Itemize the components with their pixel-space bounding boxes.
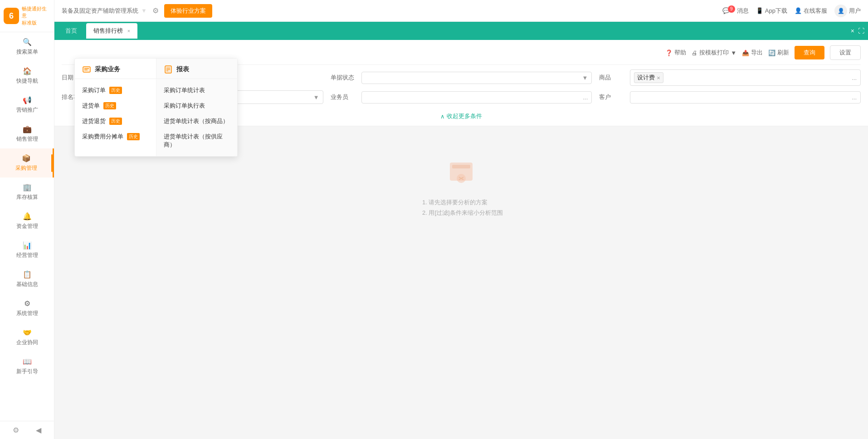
app-download-label: App下载: [765, 7, 787, 15]
sidebar-item-marketing[interactable]: 📢 营销推广: [0, 90, 54, 119]
close-window-icon[interactable]: ×: [851, 27, 854, 35]
topbar: 装备及固定资产辅助管理系统 ▼ ⚙ 体验行业方案 💬 9 消息 📱 App下载: [54, 0, 868, 22]
help-btn[interactable]: ❓ 帮助: [665, 49, 686, 57]
guide-icon: 📖: [23, 357, 32, 366]
user-avatar: 👤: [834, 5, 847, 17]
report-section-title: 报表: [176, 65, 189, 74]
logo-icon: 6: [4, 8, 19, 24]
sidebar-item-finance[interactable]: 🔔 资金管理: [0, 207, 54, 236]
topbar-right: 💬 9 消息 📱 App下载 👤 在线客服 👤 用户: [722, 5, 861, 17]
tab-close-icon[interactable]: ×: [127, 28, 130, 34]
query-btn[interactable]: 查询: [795, 46, 824, 59]
collapse-sidebar-btn[interactable]: ◀: [36, 426, 41, 434]
menu-item-purchase-expense[interactable]: 采购费用分摊单 历史: [75, 129, 156, 144]
user-label: 用户: [849, 7, 861, 15]
online-service-label: 在线客服: [804, 7, 827, 15]
menu-item-purchase-order[interactable]: 采购订单 历史: [75, 83, 156, 98]
dropdown-overlay: 采购业务: [54, 58, 868, 439]
tab-home[interactable]: 首页: [58, 23, 84, 39]
sales-icon: 💼: [23, 125, 32, 133]
menu-item-goods-return[interactable]: 进货退货 历史: [75, 113, 156, 129]
home-icon: 🏠: [23, 67, 32, 75]
app-download-btn[interactable]: 📱 App下载: [756, 7, 787, 15]
svg-rect-3: [83, 67, 90, 72]
sidebar-item-inventory[interactable]: 🏢 库存核算: [0, 178, 54, 207]
menu-item-goods-stats-by-product[interactable]: 进货单统计表（按商品）: [156, 113, 237, 129]
topbar-settings-icon[interactable]: ⚙: [152, 6, 159, 15]
online-service-btn[interactable]: 👤 在线客服: [795, 7, 827, 15]
marketing-icon: 📢: [23, 96, 32, 104]
sidebar-item-sales[interactable]: 💼 销售管理: [0, 119, 54, 148]
dropdown-body: 采购订单 历史 进货单 历史 进货退货 历史: [75, 79, 237, 156]
basic-info-icon: 📋: [23, 270, 32, 279]
maximize-icon[interactable]: ⛶: [858, 27, 864, 35]
purchase-section-icon: [82, 65, 91, 74]
tabbar: 首页 销售排行榜 × × ⛶: [54, 22, 868, 40]
sidebar-item-operations[interactable]: 📊 经营管理: [0, 236, 54, 265]
sidebar-item-system[interactable]: ⚙ 系统管理: [0, 294, 54, 323]
menu-item-goods-stats-by-supplier[interactable]: 进货单统计表（按供应商）: [156, 129, 237, 153]
refresh-btn[interactable]: 🔄 刷新: [768, 49, 789, 57]
sidebar-item-guide[interactable]: 📖 新手引导: [0, 352, 54, 381]
menu-item-order-exec[interactable]: 采购订单执行表: [156, 98, 237, 113]
enterprise-icon: 🤝: [23, 328, 32, 337]
message-btn[interactable]: 💬 9 消息: [722, 7, 749, 15]
menu-item-goods-receipt[interactable]: 进货单 历史: [75, 98, 156, 113]
search-icon: 🔍: [23, 38, 32, 46]
sidebar-item-search[interactable]: 🔍 搜索菜单: [0, 32, 54, 61]
refresh-icon: 🔄: [768, 49, 775, 56]
message-label: 消息: [737, 7, 749, 15]
purchase-section-title: 采购业务: [95, 65, 120, 74]
topbar-divider: ▼: [141, 7, 147, 14]
sidebar-item-basic-info[interactable]: 📋 基础信息: [0, 265, 54, 294]
sidebar-item-purchase[interactable]: 📦 采购管理: [0, 148, 54, 178]
purchase-col: 采购订单 历史 进货单 历史 进货退货 历史: [75, 79, 156, 156]
menu-item-order-stats[interactable]: 采购订单统计表: [156, 83, 237, 98]
sidebar-item-enterprise[interactable]: 🤝 企业协同: [0, 323, 54, 352]
service-icon: 👤: [795, 7, 802, 14]
dropdown-header: 采购业务: [75, 59, 237, 79]
sidebar-item-quick-nav[interactable]: 🏠 快捷导航: [0, 61, 54, 90]
active-indicator: [51, 154, 53, 172]
industry-btn[interactable]: 体验行业方案: [164, 4, 212, 18]
tabbar-right: × ⛶: [851, 27, 864, 35]
sidebar: 6 畅捷通好生意 标准版 🔍 搜索菜单 🏠 快捷导航 📢 营销推广 💼: [0, 0, 54, 439]
system-icon: ⚙: [24, 299, 30, 308]
report-col: 采购订单统计表 采购订单执行表 进货单统计表（按商品） 进货单统计表（按供应商）: [156, 79, 237, 156]
sidebar-menu: 🔍 搜索菜单 🏠 快捷导航 📢 营销推广 💼 销售管理 📦 采购管理 �: [0, 32, 54, 421]
user-btn[interactable]: 👤 用户: [834, 5, 861, 17]
system-title: 装备及固定资产辅助管理系统: [62, 7, 138, 15]
report-section-header: 报表: [156, 59, 237, 79]
help-icon: ❓: [665, 49, 673, 56]
dropdown-menu: 采购业务: [74, 58, 238, 157]
phone-icon: 📱: [756, 7, 763, 14]
purchase-icon: 📦: [22, 154, 31, 163]
main-area: 装备及固定资产辅助管理系统 ▼ ⚙ 体验行业方案 💬 9 消息 📱 App下载: [54, 0, 868, 439]
report-section-icon: [164, 65, 173, 74]
logo: 6 畅捷通好生意 标准版: [0, 0, 54, 32]
logo-text: 畅捷通好生意 标准版: [22, 5, 50, 26]
purchase-section-header: 采购业务: [75, 59, 156, 79]
export-btn[interactable]: 📤 导出: [742, 49, 763, 57]
notification-badge: 9: [728, 5, 735, 13]
print-icon: 🖨: [692, 49, 697, 56]
page-content: ❓ 帮助 🖨 按模板打印 ▼ 📤 导出 🔄 刷新: [54, 40, 868, 439]
print-arrow: ▼: [731, 49, 736, 56]
operations-icon: 📊: [23, 241, 32, 250]
print-btn[interactable]: 🖨 按模板打印 ▼: [692, 49, 736, 57]
finance-icon: 🔔: [23, 212, 32, 221]
export-icon: 📤: [742, 49, 749, 56]
inventory-icon: 🏢: [23, 183, 32, 192]
settings-footer-btn[interactable]: ⚙: [13, 426, 19, 434]
tab-sales-rank[interactable]: 销售排行榜 ×: [86, 23, 137, 39]
sidebar-footer: ⚙ ◀: [0, 421, 54, 439]
topbar-title: 装备及固定资产辅助管理系统 ▼: [62, 7, 147, 15]
